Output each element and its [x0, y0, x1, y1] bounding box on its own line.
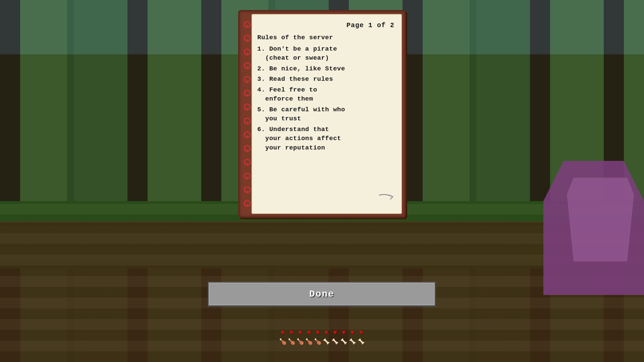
spiral-coil — [244, 186, 251, 193]
book-rules-text: Rules of the server 1. Don't be a pirate… — [257, 33, 394, 153]
food-7 — [331, 338, 339, 345]
book-page: Page 1 of 2 Rules of the server 1. Don't… — [252, 14, 402, 214]
heart-8 — [340, 329, 347, 336]
heart-7 — [331, 329, 339, 336]
food-bar — [279, 338, 365, 345]
rule-4: 4. Feel free to enforce them — [257, 85, 394, 104]
spiral-coil — [244, 145, 251, 152]
book-container: Page 1 of 2 Rules of the server 1. Don't… — [238, 10, 406, 218]
food-2 — [288, 338, 295, 345]
purple-creature-highlight — [567, 178, 634, 261]
hud-bottom — [279, 329, 365, 345]
spiral-coil — [244, 90, 251, 97]
heart-6 — [323, 329, 330, 336]
rule-1: 1. Don't be a pirate (cheat or swear) — [257, 45, 394, 63]
spiral-coil — [244, 76, 251, 83]
heart-10 — [358, 329, 365, 336]
spiral-coil — [244, 35, 251, 42]
food-10 — [358, 338, 365, 345]
food-1 — [279, 338, 286, 345]
book-spiral-binding — [242, 14, 252, 214]
food-3 — [297, 338, 304, 345]
rule-6: 6. Understand that your actions affect y… — [257, 125, 394, 153]
heart-1 — [279, 329, 286, 336]
heart-4 — [305, 329, 313, 336]
done-button-container: Done — [208, 282, 436, 307]
spiral-coil — [244, 173, 251, 179]
rule-3: 3. Read these rules — [257, 75, 394, 84]
next-page-arrow[interactable] — [378, 192, 394, 206]
spiral-coil — [244, 159, 251, 166]
spiral-coil — [244, 62, 251, 69]
rule-5: 5. Be careful with who you trust — [257, 105, 394, 124]
heart-5 — [314, 329, 321, 336]
spiral-coil — [244, 49, 251, 55]
food-9 — [349, 338, 356, 345]
spiral-coil — [244, 131, 251, 138]
spiral-coil — [244, 104, 251, 110]
done-button[interactable]: Done — [208, 282, 436, 307]
heart-3 — [297, 329, 304, 336]
food-5 — [314, 338, 321, 345]
book-content-area: Page 1 of 2 Rules of the server 1. Don't… — [252, 15, 401, 213]
book-title: Rules of the server — [257, 33, 394, 43]
food-4 — [305, 338, 313, 345]
page-number: Page 1 of 2 — [257, 21, 394, 29]
food-6 — [323, 338, 330, 345]
heart-9 — [349, 329, 356, 336]
spiral-coil — [244, 118, 251, 124]
health-bar — [279, 329, 365, 336]
rule-2: 2. Be nice, like Steve — [257, 64, 394, 74]
spiral-coil — [244, 200, 251, 207]
heart-2 — [288, 329, 295, 336]
spiral-coil — [244, 21, 251, 28]
food-8 — [340, 338, 347, 345]
